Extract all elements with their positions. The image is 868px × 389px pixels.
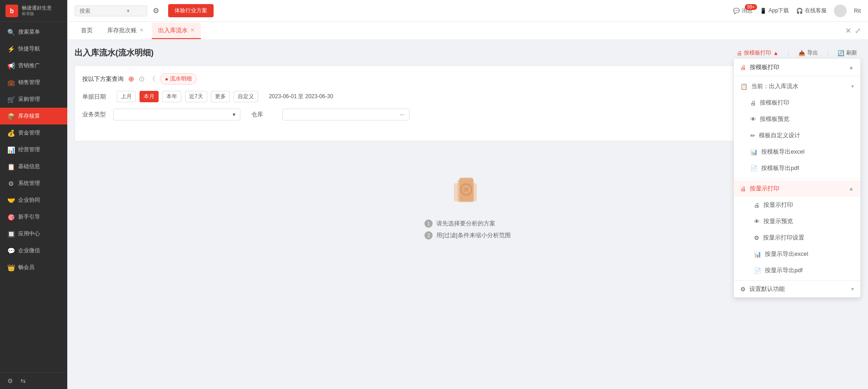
filter-add-icon[interactable]: ⊕ [128,75,134,83]
dropdown-display-pdf[interactable]: 📄 按显示导出pdf [734,262,860,279]
filter-settings-icon[interactable]: ⊙ [139,75,145,83]
dropdown-export-excel-template[interactable]: 📊 按模板导出excel [734,144,860,160]
sidebar-label-8: 基础信息 [18,163,40,170]
date-btn-more[interactable]: 更多 [211,91,230,102]
app-label: App下载 [768,7,789,15]
header-search-box[interactable]: ▾ [75,5,147,16]
sidebar-item-销售管理[interactable]: 💼销售管理 [0,74,67,91]
tip-text-2: 用[过滤]条件来缩小分析范围 [436,231,510,239]
date-btn-this-month[interactable]: 本月 [140,91,159,102]
filter-collapse-icon[interactable]: 《 [149,75,155,83]
print-template-btn[interactable]: 🖨 按模板打印 ▲ [733,47,782,59]
dropdown-design-template[interactable]: ✏ 模板自定义设计 [734,127,860,144]
sidebar-item-营销推广[interactable]: 📢营销推广 [0,57,67,74]
refresh-label: 刷新 [846,49,857,57]
collapse-icon[interactable]: ⇆ [20,377,26,384]
service-icon: 🎧 [796,8,803,14]
sidebar-item-企业微信[interactable]: 💬企业微信 [0,242,67,259]
sidebar-item-搜索菜单[interactable]: 🔍搜索菜单 [0,24,67,40]
search-chevron-icon[interactable]: ▾ [127,8,130,14]
dropdown-chevron-up-icon[interactable]: ▲ [848,64,854,70]
dropdown-export-pdf-template[interactable]: 📄 按模板导出pdf [734,160,860,176]
export-pdf-template-label: 按模板导出pdf [761,164,799,172]
industry-btn[interactable]: 体验行业方案 [168,4,214,17]
dropdown-display-excel[interactable]: 📊 按显示导出excel [734,246,860,262]
display-print-icon: 🖨 [754,202,760,209]
sidebar-item-库存核算[interactable]: 📦库存核算 [0,108,67,125]
sidebar-item-采购管理[interactable]: 🛒采购管理 [0,91,67,108]
search-input[interactable] [80,8,125,14]
tab-stock-flow-label: 出入库流水 [158,26,188,35]
sidebar-item-资金管理[interactable]: 💰资金管理 [0,125,67,141]
user-avatar[interactable] [834,5,847,17]
message-btn[interactable]: 💬 消息 99+ [733,7,753,15]
sidebar-item-畅会员[interactable]: 👑畅会员 [0,259,67,276]
dropdown-current-item[interactable]: 📋 当前：出入库流水 ▾ [734,78,860,95]
date-btn-this-year[interactable]: 本年 [162,91,181,102]
empty-illustration [449,174,486,210]
refresh-btn[interactable]: 🔄 刷新 [834,47,861,59]
tabs-expand-icon[interactable]: ⤢ [855,26,861,35]
settings-gear-icon[interactable]: ⚙ [153,6,159,15]
design-template-label: 模板自定义设计 [759,131,800,140]
dropdown-preview-template[interactable]: 👁 按模板预览 [734,111,860,127]
print-chevron-icon[interactable]: ▲ [773,50,778,56]
sidebar-item-应用中心[interactable]: 🔲应用中心 [0,225,67,242]
sidebar-item-系统管理[interactable]: ⚙系统管理 [0,175,67,192]
sidebar-icon-8: 📋 [7,163,15,170]
sidebar-footer: ⚙ ⇆ [0,372,67,389]
empty-tip-1: 1 请先选择要分析的方案 [424,219,510,228]
display-section-chevron-icon[interactable]: ▲ [848,185,854,192]
sidebar-label-10: 企业协同 [18,196,40,204]
online-service-btn[interactable]: 🎧 在线客服 [796,7,827,15]
sidebar-label-5: 库存核算 [18,112,40,120]
dropdown-display-header[interactable]: 🖨 按显示打印 ▲ [734,180,860,197]
date-btn-last-month[interactable]: 上月 [117,91,136,102]
date-label: 单据日期 [82,93,110,101]
dropdown-current-label: 当前：出入库流水 [751,82,798,90]
sidebar-item-企业协同[interactable]: 🤝企业协同 [0,192,67,209]
tip-text-1: 请先选择要分析的方案 [436,219,495,228]
dropdown-display-preview[interactable]: 👁 按显示预览 [734,213,860,229]
logo-icon: b [5,5,18,17]
sidebar-label-9: 系统管理 [18,180,40,187]
sidebar-item-新手引导[interactable]: 🎯新手引导 [0,209,67,225]
export-btn[interactable]: 📤 导出 [795,47,822,59]
app-download-btn[interactable]: 📱 App下载 [760,7,789,15]
page-toolbar: 🖨 按模板打印 ▲ | 📤 导出 | 🔄 刷新 [733,47,861,59]
tab-inventory-batch[interactable]: 库存批次账 ✕ [101,23,150,39]
date-btn-custom[interactable]: 自定义 [234,91,258,102]
tip-number-1: 1 [424,219,433,228]
date-btn-7days[interactable]: 近7天 [185,91,207,102]
sidebar-icon-0: 🔍 [7,29,15,36]
dropdown-current-icon: 📋 [740,83,748,90]
sidebar-item-基础信息[interactable]: 📋基础信息 [0,158,67,175]
dropdown-display-settings[interactable]: ⚙ 按显示打印设置 [734,229,860,246]
sidebar-item-经营管理[interactable]: 📊经营管理 [0,141,67,158]
display-excel-label: 按显示导出excel [765,250,808,258]
tab-inventory-batch-close[interactable]: ✕ [140,27,144,33]
sidebar-icon-5: 📦 [7,113,15,120]
sidebar-item-快捷导航[interactable]: ⚡快捷导航 [0,40,67,57]
username-label[interactable]: Rit [854,8,861,14]
dropdown-footer[interactable]: ⚙ 设置默认功能 ▾ [734,281,860,297]
warehouse-label: 仓库 [251,110,279,119]
business-type-select[interactable]: ▾ [113,109,240,120]
dropdown-header[interactable]: 🖨 按模板打印 ▲ [734,59,860,76]
tab-stock-flow-close[interactable]: ✕ [190,27,195,33]
dropdown-display-print[interactable]: 🖨 按显示打印 [734,197,860,213]
tab-home[interactable]: 首页 [75,23,99,39]
tip-number-2: 2 [424,231,433,239]
design-template-icon: ✏ [750,132,755,139]
dropdown-print-template[interactable]: 🖨 按模板打印 [734,95,860,111]
tabs-close-all-icon[interactable]: ✕ [845,26,851,35]
sidebar-icon-6: 💰 [7,130,15,137]
footer-chevron-icon: ▾ [851,286,854,292]
warehouse-select[interactable]: ··· [282,109,409,120]
app-name: 畅捷通好生意 [22,5,52,11]
display-print-section-icon: 🖨 [740,185,746,192]
settings-icon[interactable]: ⚙ [7,377,13,384]
display-excel-icon: 📊 [754,251,761,258]
tab-stock-flow[interactable]: 出入库流水 ✕ [152,23,201,39]
filter-tag-flow[interactable]: ● 流水明细 [160,73,197,85]
